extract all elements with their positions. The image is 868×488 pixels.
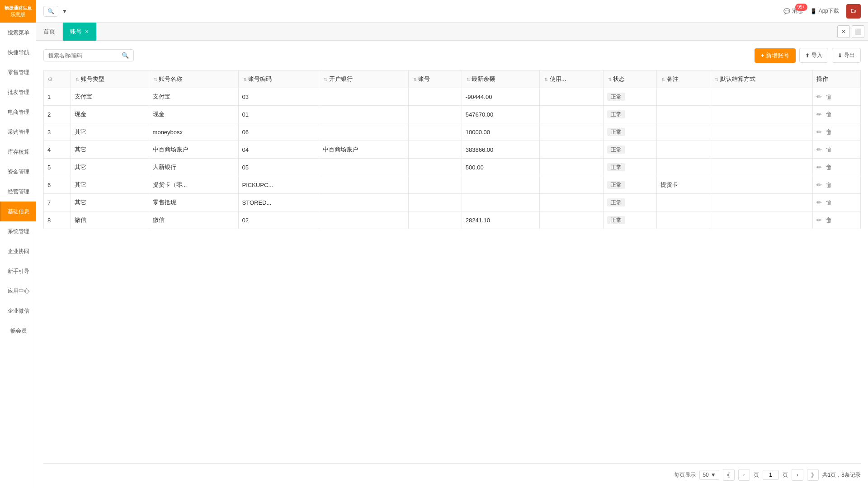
cell-account	[408, 159, 462, 176]
sidebar-item-enterprise[interactable]: 企业协同	[0, 241, 36, 261]
cell-bank	[319, 123, 408, 141]
col-header-balance[interactable]: ⇅ 最新余额	[462, 70, 539, 88]
cell-default_payment	[710, 176, 812, 194]
cell-default_payment	[710, 123, 812, 141]
cell-balance: 10000.00	[462, 123, 539, 141]
tab-close-account[interactable]: ✕	[85, 28, 89, 35]
import-button[interactable]: ⬆ 导入	[799, 48, 828, 63]
cell-account	[408, 176, 462, 194]
header-dropdown[interactable]: ▼	[62, 8, 67, 14]
table-search-box[interactable]: 🔍	[43, 49, 134, 61]
delete-button[interactable]: 🗑	[826, 146, 832, 153]
content-area: 🔍 + 新增账号 ⬆ 导入 ⬇ 导出 ⚙⇅ 账号类型⇅ 账号名称⇅ 账号编码⇅ …	[36, 41, 868, 488]
sidebar-item-system[interactable]: 系统管理	[0, 221, 36, 241]
page-size-label: 每页显示	[674, 471, 696, 479]
delete-button[interactable]: 🗑	[826, 93, 832, 100]
user-avatar[interactable]: Ea	[846, 4, 861, 19]
cell-balance	[462, 176, 539, 194]
cell-bank	[319, 106, 408, 123]
sidebar-item-ecommerce[interactable]: 电商管理	[0, 102, 36, 122]
close-tab-button[interactable]: ✕	[837, 25, 850, 38]
edit-button[interactable]: ✏	[816, 146, 822, 153]
cell-action: ✏ 🗑	[812, 106, 860, 123]
sidebar-item-wholesale[interactable]: 批发管理	[0, 82, 36, 102]
status-badge: 正常	[607, 198, 625, 206]
edit-button[interactable]: ✏	[816, 181, 822, 188]
last-page-button[interactable]: ⟫	[807, 469, 819, 481]
cell-id: 2	[44, 106, 71, 123]
cell-type: 其它	[71, 159, 149, 176]
delete-button[interactable]: 🗑	[826, 199, 832, 206]
page-size-value: 50	[703, 472, 708, 478]
delete-button[interactable]: 🗑	[826, 111, 832, 118]
total-label: 共1页，8条记录	[822, 471, 861, 479]
edit-button[interactable]: ✏	[816, 199, 822, 206]
cell-default_payment	[710, 211, 812, 229]
maximize-button[interactable]: ⬜	[852, 25, 864, 38]
delete-button[interactable]: 🗑	[826, 216, 832, 224]
edit-button[interactable]: ✏	[816, 93, 822, 100]
cell-id: 7	[44, 194, 71, 211]
cell-remark	[657, 106, 710, 123]
delete-button[interactable]: 🗑	[826, 181, 832, 188]
tab-home[interactable]: 首页	[36, 23, 63, 41]
add-account-button[interactable]: + 新增账号	[755, 48, 796, 63]
col-header-usage[interactable]: ⇅ 使用...	[540, 70, 604, 88]
status-badge: 正常	[607, 216, 625, 224]
col-header-type[interactable]: ⇅ 账号类型	[71, 70, 149, 88]
sidebar-item-search[interactable]: 搜索菜单	[0, 23, 36, 42]
sidebar-item-inventory[interactable]: 库存核算	[0, 142, 36, 162]
sidebar-item-app-center[interactable]: 应用中心	[0, 281, 36, 301]
cell-default_payment	[710, 141, 812, 159]
status-badge: 正常	[607, 181, 625, 189]
search-input[interactable]	[48, 52, 119, 59]
sidebar-item-member[interactable]: 畅会员	[0, 321, 36, 341]
cell-bank	[319, 159, 408, 176]
next-page-button[interactable]: ›	[792, 469, 803, 481]
mobile-icon: 📱	[810, 8, 817, 14]
col-header-status[interactable]: ⇅ 状态	[603, 70, 657, 88]
first-page-button[interactable]: ⟪	[723, 469, 735, 481]
settings-icon[interactable]: ⚙	[47, 76, 53, 83]
sidebar-item-wechat[interactable]: 企业微信	[0, 301, 36, 321]
edit-button[interactable]: ✏	[816, 111, 822, 118]
sidebar-item-operations[interactable]: 经营管理	[0, 182, 36, 202]
col-header-default_payment[interactable]: ⇅ 默认结算方式	[710, 70, 812, 88]
col-header-bank[interactable]: ⇅ 开户银行	[319, 70, 408, 88]
cell-usage	[540, 123, 604, 141]
export-button[interactable]: ⬇ 导出	[832, 48, 861, 63]
cell-name: 现金	[149, 106, 238, 123]
col-header-name[interactable]: ⇅ 账号名称	[149, 70, 238, 88]
page-number-input[interactable]	[763, 470, 779, 480]
sidebar-item-quick-nav[interactable]: 快捷导航	[0, 42, 36, 62]
tab-account[interactable]: 账号✕	[63, 23, 97, 41]
col-header-account[interactable]: ⇅ 账号	[408, 70, 462, 88]
delete-button[interactable]: 🗑	[826, 164, 832, 171]
cell-code: 02	[238, 211, 319, 229]
table-row: 5其它大新银行05500.00正常 ✏ 🗑	[44, 159, 861, 176]
cell-account	[408, 194, 462, 211]
status-badge: 正常	[607, 110, 625, 118]
header-search-box[interactable]: 🔍	[43, 6, 58, 17]
table-row: 7其它零售抵现STORED...正常 ✏ 🗑	[44, 194, 861, 211]
delete-button[interactable]: 🗑	[826, 128, 832, 136]
sidebar-item-purchase[interactable]: 采购管理	[0, 122, 36, 142]
sidebar-item-basic-info[interactable]: 基础信息	[0, 202, 36, 221]
edit-button[interactable]: ✏	[816, 128, 822, 136]
sidebar-item-finance[interactable]: 资金管理	[0, 162, 36, 182]
sidebar-item-retail[interactable]: 零售管理	[0, 62, 36, 82]
page-size-select[interactable]: 50 ▼	[699, 470, 719, 480]
prev-page-button[interactable]: ‹	[738, 469, 750, 481]
app-download-button[interactable]: 📱 App下载	[810, 7, 839, 15]
status-badge: 正常	[607, 93, 625, 101]
cell-bank	[319, 88, 408, 106]
sidebar-item-guide[interactable]: 新手引导	[0, 261, 36, 281]
edit-button[interactable]: ✏	[816, 164, 822, 171]
cell-balance	[462, 194, 539, 211]
cell-account	[408, 123, 462, 141]
col-header-code[interactable]: ⇅ 账号编码	[238, 70, 319, 88]
edit-button[interactable]: ✏	[816, 216, 822, 224]
col-header-remark[interactable]: ⇅ 备注	[657, 70, 710, 88]
message-button[interactable]: 💬 消息 99+	[783, 7, 803, 15]
header-left: 🔍 ▼	[43, 6, 67, 17]
